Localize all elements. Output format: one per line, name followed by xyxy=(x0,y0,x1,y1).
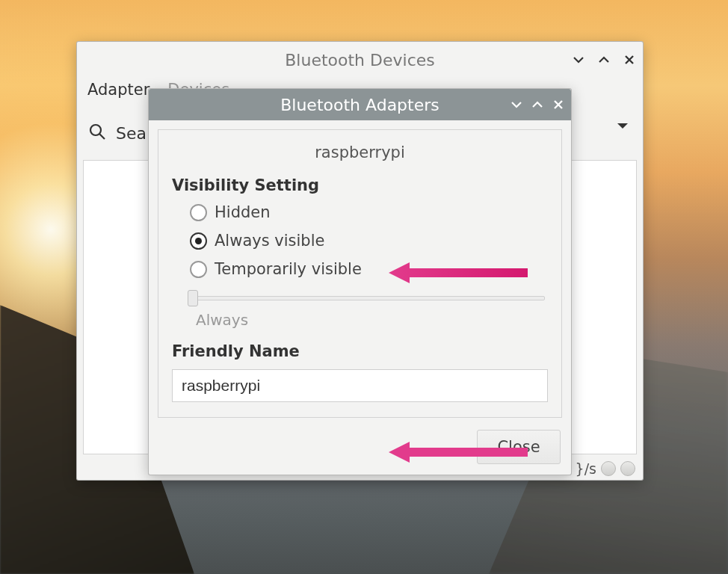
status-indicator xyxy=(620,461,635,476)
close-button[interactable] xyxy=(553,99,564,110)
maximize-button[interactable] xyxy=(532,99,543,110)
status-indicator xyxy=(601,461,616,476)
radio-label: Temporarily visible xyxy=(215,260,362,278)
window-title: Bluetooth Devices xyxy=(77,51,643,70)
radio-label: Hidden xyxy=(215,203,271,221)
visibility-duration-slider[interactable] xyxy=(190,288,548,306)
titlebar[interactable]: Bluetooth Devices xyxy=(77,42,643,78)
dialog-title: Bluetooth Adapters xyxy=(149,96,571,114)
radio-icon xyxy=(190,232,207,250)
friendly-name-section-title: Friendly Name xyxy=(172,342,548,360)
titlebar[interactable]: Bluetooth Adapters xyxy=(149,89,571,120)
visibility-option-hidden[interactable]: Hidden xyxy=(190,203,548,221)
svg-point-0 xyxy=(90,125,101,135)
visibility-option-temporary[interactable]: Temporarily visible xyxy=(190,260,548,278)
minimize-button[interactable] xyxy=(573,54,584,66)
visibility-section-title: Visibility Setting xyxy=(172,176,548,194)
bluetooth-adapters-dialog: Bluetooth Adapters raspberrypi Visibilit… xyxy=(148,88,572,475)
close-button[interactable] xyxy=(623,54,635,66)
maximize-button[interactable] xyxy=(598,54,610,66)
menu-adapter[interactable]: Adapter xyxy=(87,81,149,99)
svg-line-1 xyxy=(99,134,105,139)
radio-icon xyxy=(190,204,207,221)
radio-icon xyxy=(190,261,207,278)
radio-label: Always visible xyxy=(215,232,324,250)
search-icon xyxy=(87,122,107,145)
adapter-name: raspberrypi xyxy=(172,141,548,173)
status-rate: }/s xyxy=(576,460,596,477)
slider-track xyxy=(190,296,545,300)
statusbar: }/s xyxy=(576,460,635,477)
toolbar-overflow-button[interactable] xyxy=(616,120,629,133)
minimize-button[interactable] xyxy=(511,99,522,110)
visibility-option-always[interactable]: Always visible xyxy=(190,232,548,250)
friendly-name-input[interactable] xyxy=(172,369,548,402)
slider-thumb[interactable] xyxy=(188,290,198,306)
slider-value-label: Always xyxy=(196,311,548,329)
dialog-body: raspberrypi Visibility Setting Hidden Al… xyxy=(158,129,562,418)
close-dialog-button[interactable]: Close xyxy=(477,430,561,464)
